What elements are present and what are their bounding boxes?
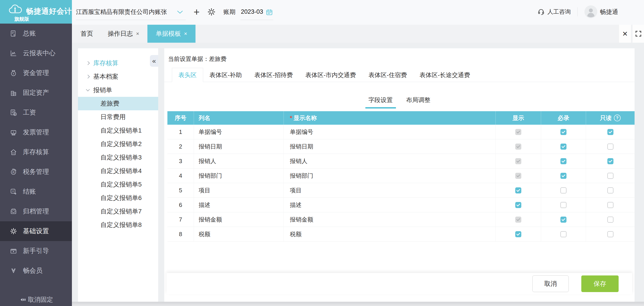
close-icon[interactable]: × [136, 30, 139, 37]
tab-home[interactable]: 首页 [74, 25, 100, 43]
checkbox-readonly[interactable] [607, 202, 614, 208]
sidebar-item-archive[interactable]: 归档管理 [0, 202, 72, 221]
tab-field-settings[interactable]: 字段设置 [365, 94, 396, 108]
tree-item-custom-form-4[interactable]: 自定义报销单4 [78, 164, 158, 178]
checkbox-show[interactable] [515, 144, 521, 150]
sidebar-item-inventory[interactable]: 库存核算 [0, 142, 72, 162]
checkbox-required[interactable] [560, 158, 566, 164]
checkbox-readonly[interactable] [607, 129, 614, 135]
tab-body-longdistance-transport[interactable]: 表体区-长途交通费 [413, 68, 476, 82]
chevron-down-icon[interactable] [177, 10, 183, 14]
row-number: 7 [168, 212, 194, 227]
sidebar-item-closing[interactable]: ¥ 结账 [0, 182, 72, 202]
sidebar-item-general-ledger[interactable]: ¥ 总账 [0, 24, 72, 43]
tree-item-custom-form-8[interactable]: 自定义报销单8 [78, 218, 158, 232]
user-menu[interactable]: 畅捷通 [584, 6, 618, 18]
display-name-cell[interactable]: 税额 [284, 227, 496, 241]
header-required: 必录 [541, 111, 586, 125]
display-name-cell[interactable]: 描述 [284, 198, 496, 212]
sidebar-item-tax[interactable]: 税 税务管理 [0, 162, 72, 182]
tree-item-custom-form-5[interactable]: 自定义报销单5 [78, 178, 158, 191]
collapse-panel-button[interactable]: « [150, 55, 158, 67]
table-row: 3 报销人 报销人 [168, 154, 634, 168]
checkbox-readonly[interactable] [607, 158, 614, 164]
checkbox-required[interactable] [560, 216, 566, 223]
display-name-cell[interactable]: 项目 [284, 183, 496, 198]
company-selector[interactable]: 江西服宝精品有限责任公司内账张 [76, 0, 167, 24]
tree-item-custom-form-6[interactable]: 自定义报销单6 [78, 191, 158, 205]
column-name-cell: 税额 [194, 227, 284, 241]
checkbox-required[interactable] [560, 144, 566, 150]
checkbox-required[interactable] [560, 187, 566, 194]
checkbox-readonly[interactable] [607, 216, 614, 223]
closing-icon: ¥ [10, 188, 17, 195]
tab-layout-adjust[interactable]: 布局调整 [403, 94, 434, 108]
tree-item-custom-form-3[interactable]: 自定义报销单3 [78, 151, 158, 164]
save-button[interactable]: 保存 [581, 276, 618, 292]
unpin-button[interactable]: 取消固定 [0, 293, 72, 306]
checkbox-show[interactable] [515, 173, 521, 179]
tab-header-area[interactable]: 表头区 [172, 68, 203, 82]
tree-item-label: 基本档案 [93, 72, 118, 81]
tree-item-custom-form-2[interactable]: 自定义报销单2 [78, 137, 158, 151]
unpin-label: 取消固定 [28, 296, 53, 304]
sidebar-item-funds[interactable]: ¥ 资金管理 [0, 63, 72, 83]
period-value[interactable]: 2023-03 [241, 0, 263, 24]
sidebar-item-basic-settings[interactable]: 基础设置 [0, 221, 72, 241]
checkbox-readonly[interactable] [607, 144, 614, 150]
display-name-cell[interactable]: 报销日期 [284, 139, 496, 154]
tree-item-daily-expense[interactable]: 日常费用 [78, 110, 158, 124]
calendar-icon[interactable] [266, 9, 272, 16]
checkbox-readonly[interactable] [607, 187, 614, 194]
tree-item-custom-form-7[interactable]: 自定义报销单7 [78, 205, 158, 218]
support-button[interactable]: 人工咨询 [538, 8, 571, 16]
tab-body-entertainment[interactable]: 表体区-招待费 [248, 68, 299, 82]
checkbox-readonly[interactable] [607, 173, 614, 179]
tab-operation-log[interactable]: 操作日志 × [100, 25, 148, 43]
checkbox-show[interactable] [515, 129, 521, 135]
tree-item-expense-forms[interactable]: 报销单 [78, 83, 158, 97]
period-underline [240, 20, 273, 20]
add-account-button[interactable]: + [192, 0, 202, 24]
sidebar-item-fixed-assets[interactable]: 固定资产 [0, 83, 72, 103]
tab-body-subsidy[interactable]: 表体区-补助 [203, 68, 248, 82]
tab-body-city-transport[interactable]: 表体区-市内交通费 [299, 68, 362, 82]
gear-icon[interactable] [207, 8, 216, 16]
checkbox-required[interactable] [560, 231, 566, 237]
fullscreen-button[interactable] [632, 25, 644, 43]
sidebar-item-member[interactable]: 畅会员 [0, 261, 72, 280]
checkbox-required[interactable] [560, 202, 566, 208]
checkbox-readonly[interactable] [607, 231, 614, 237]
tree-item-custom-form-1[interactable]: 自定义报销单1 [78, 124, 158, 137]
checkbox-show[interactable] [515, 202, 521, 208]
cancel-button[interactable]: 取消 [532, 276, 569, 292]
checkbox-show[interactable] [515, 187, 521, 194]
checkbox-show[interactable] [515, 231, 521, 237]
bottom-scrollbar-track[interactable] [72, 302, 644, 306]
close-all-button[interactable]: ✕ [619, 25, 631, 43]
tab-label: 单据模板 [156, 30, 181, 38]
period-label: 账期 [223, 0, 236, 24]
tree-item-label: 自定义报销单3 [100, 153, 142, 162]
sidebar-item-salary[interactable]: ¥ 工资 [0, 103, 72, 122]
tab-body-accommodation[interactable]: 表体区-住宿费 [362, 68, 413, 82]
tree-item-inventory-accounting[interactable]: 库存核算 [78, 56, 158, 70]
tab-document-template[interactable]: 单据模板 × [148, 25, 196, 43]
sidebar-item-invoices[interactable]: ¥ 发票管理 [0, 122, 72, 142]
tree-item-basic-archives[interactable]: 基本档案 [78, 70, 158, 83]
checkbox-show[interactable] [515, 158, 521, 164]
display-name-cell[interactable]: 报销部门 [284, 168, 496, 183]
display-name-cell[interactable]: 单据编号 [284, 125, 496, 139]
sidebar-item-cloud-reports[interactable]: 云报表中心 [0, 43, 72, 63]
close-icon[interactable]: × [184, 30, 187, 37]
sidebar-item-label: 基础设置 [23, 227, 49, 236]
checkbox-required[interactable] [560, 173, 566, 179]
sidebar-item-beginner-guide[interactable]: 新手引导 [0, 241, 72, 261]
checkbox-required[interactable] [560, 129, 566, 135]
display-name-cell[interactable]: 报销人 [284, 154, 496, 168]
checkbox-show[interactable] [515, 216, 521, 223]
section-tabs: 表头区 表体区-补助 表体区-招待费 表体区-市内交通费 表体区-住宿费 表体区… [164, 68, 634, 82]
tree-item-travel-expense[interactable]: 差旅费 [78, 97, 158, 110]
help-icon[interactable]: ? [614, 114, 621, 121]
display-name-cell[interactable]: 报销金额 [284, 212, 496, 227]
